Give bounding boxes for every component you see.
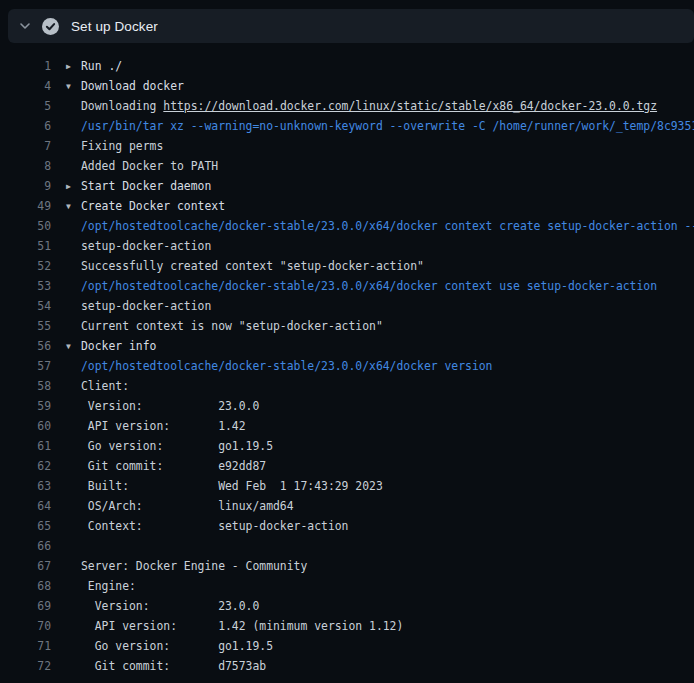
- log-line: 50/opt/hostedtoolcache/docker-stable/23.…: [0, 216, 694, 236]
- log-line: 6/usr/bin/tar xz --warning=no-unknown-ke…: [0, 116, 694, 136]
- log-text: Successfully created context "setup-dock…: [81, 259, 424, 273]
- actions-log-viewer: Set up Docker 1▶Run ./4▼Download docker5…: [0, 0, 694, 683]
- command-text: /usr/bin/tar xz --warning=no-unknown-key…: [81, 119, 694, 133]
- line-number[interactable]: 7: [0, 136, 51, 156]
- log-text: Git commit: e92dd87: [81, 459, 266, 473]
- collapse-group-icon[interactable]: ▼: [66, 202, 71, 211]
- log-link[interactable]: https://download.docker.com/linux/static…: [163, 99, 657, 113]
- log-text: Added Docker to PATH: [81, 159, 218, 173]
- log-line: 61 Go version: go1.19.5: [0, 436, 694, 456]
- log-line: 64 OS/Arch: linux/amd64: [0, 496, 694, 516]
- log-text: Built: Wed Feb 1 17:43:29 2023: [81, 479, 383, 493]
- log-line: 53/opt/hostedtoolcache/docker-stable/23.…: [0, 276, 694, 296]
- log-line[interactable]: 1▶Run ./: [0, 56, 694, 76]
- line-number[interactable]: 58: [0, 376, 51, 396]
- log-line-text: Current context is now "setup-docker-act…: [81, 316, 694, 336]
- line-number[interactable]: 70: [0, 616, 51, 636]
- line-number[interactable]: 68: [0, 576, 51, 596]
- expander-cell: ▼: [51, 336, 81, 356]
- line-number[interactable]: 66: [0, 536, 51, 556]
- log-line[interactable]: 9▶Start Docker daemon: [0, 176, 694, 196]
- log-line-text: setup-docker-action: [81, 236, 694, 256]
- log-line-text: /opt/hostedtoolcache/docker-stable/23.0.…: [81, 356, 694, 376]
- log-text: API version: 1.42 (minimum version 1.12): [81, 619, 403, 633]
- log-line-text: Go version: go1.19.5: [81, 636, 694, 656]
- expand-group-icon[interactable]: ▶: [66, 182, 71, 191]
- group-title: Docker info: [81, 339, 156, 353]
- log-line[interactable]: 49▼Create Docker context: [0, 196, 694, 216]
- line-number[interactable]: 67: [0, 556, 51, 576]
- collapse-group-icon[interactable]: ▼: [66, 82, 71, 91]
- chevron-down-icon[interactable]: [19, 20, 31, 32]
- line-number[interactable]: 55: [0, 316, 51, 336]
- line-number[interactable]: 54: [0, 296, 51, 316]
- expander-cell: [51, 376, 81, 396]
- log-line: 59 Version: 23.0.0: [0, 396, 694, 416]
- expander-cell: [51, 636, 81, 656]
- log-text: Server: Docker Engine - Community: [81, 559, 307, 573]
- step-title: Set up Docker: [71, 19, 158, 34]
- log-line: 8Added Docker to PATH: [0, 156, 694, 176]
- line-number[interactable]: 72: [0, 656, 51, 676]
- log-text: setup-docker-action: [81, 299, 211, 313]
- log-text: Go version: go1.19.5: [81, 439, 273, 453]
- line-number[interactable]: 49: [0, 196, 51, 216]
- log-line: 52Successfully created context "setup-do…: [0, 256, 694, 276]
- line-number[interactable]: 69: [0, 596, 51, 616]
- log-line-text: Fixing perms: [81, 136, 694, 156]
- expander-cell: [51, 596, 81, 616]
- log-line: 58Client:: [0, 376, 694, 396]
- log-text: Engine:: [81, 579, 136, 593]
- line-number[interactable]: 6: [0, 116, 51, 136]
- line-number[interactable]: 51: [0, 236, 51, 256]
- expander-cell: ▶: [51, 176, 81, 196]
- log-line-text: Client:: [81, 376, 694, 396]
- log-line-text: API version: 1.42 (minimum version 1.12): [81, 616, 694, 636]
- line-number[interactable]: 63: [0, 476, 51, 496]
- line-number[interactable]: 64: [0, 496, 51, 516]
- expand-group-icon[interactable]: ▶: [66, 62, 71, 71]
- line-number[interactable]: 61: [0, 436, 51, 456]
- log-text: Current context is now "setup-docker-act…: [81, 319, 383, 333]
- line-number[interactable]: 65: [0, 516, 51, 536]
- collapse-group-icon[interactable]: ▼: [66, 342, 71, 351]
- command-text: /opt/hostedtoolcache/docker-stable/23.0.…: [81, 359, 492, 373]
- log-line-text: Create Docker context: [81, 196, 694, 216]
- log-line-text: Start Docker daemon: [81, 176, 694, 196]
- log-text: API version: 1.42: [81, 419, 246, 433]
- check-circle-icon: [42, 18, 59, 35]
- line-number[interactable]: 60: [0, 416, 51, 436]
- log-line: 68 Engine:: [0, 576, 694, 596]
- log-text: Context: setup-docker-action: [81, 519, 348, 533]
- expander-cell: [51, 256, 81, 276]
- log-line-text: Run ./: [81, 56, 694, 76]
- expander-cell: ▼: [51, 76, 81, 96]
- log-line-text: Download docker: [81, 76, 694, 96]
- line-number[interactable]: 71: [0, 636, 51, 656]
- line-number[interactable]: 56: [0, 336, 51, 356]
- log-line[interactable]: 4▼Download docker: [0, 76, 694, 96]
- expander-cell: [51, 416, 81, 436]
- line-number[interactable]: 59: [0, 396, 51, 416]
- log-line-text: Engine:: [81, 576, 694, 596]
- line-number[interactable]: 8: [0, 156, 51, 176]
- log-line-text: /opt/hostedtoolcache/docker-stable/23.0.…: [81, 276, 694, 296]
- log-line-text: /usr/bin/tar xz --warning=no-unknown-key…: [81, 116, 694, 136]
- step-header[interactable]: Set up Docker: [8, 9, 694, 43]
- line-number[interactable]: 5: [0, 96, 51, 116]
- line-number[interactable]: 57: [0, 356, 51, 376]
- log-text: Git commit: d7573ab: [81, 659, 266, 673]
- line-number[interactable]: 9: [0, 176, 51, 196]
- log-line-text: OS/Arch: linux/amd64: [81, 496, 694, 516]
- line-number[interactable]: 62: [0, 456, 51, 476]
- log-line: 70 API version: 1.42 (minimum version 1.…: [0, 616, 694, 636]
- log-line[interactable]: 56▼Docker info: [0, 336, 694, 356]
- log-text: setup-docker-action: [81, 239, 211, 253]
- line-number[interactable]: 53: [0, 276, 51, 296]
- line-number[interactable]: 52: [0, 256, 51, 276]
- line-number[interactable]: 1: [0, 56, 51, 76]
- log-line: 67Server: Docker Engine - Community: [0, 556, 694, 576]
- log-line-text: Go version: go1.19.5: [81, 436, 694, 456]
- line-number[interactable]: 4: [0, 76, 51, 96]
- line-number[interactable]: 50: [0, 216, 51, 236]
